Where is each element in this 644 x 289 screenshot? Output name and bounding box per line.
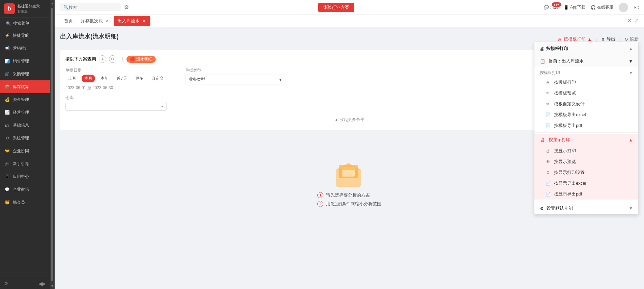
- date-7days-btn[interactable]: 近7天: [114, 75, 130, 82]
- sidebar-item-collab[interactable]: 🤝企业协同: [0, 144, 50, 157]
- dropdown-template-export-excel-item[interactable]: 📄 按模板导出excel: [534, 109, 638, 120]
- app-icon: 📱: [564, 5, 569, 10]
- refresh-btn[interactable]: ↻ 刷新: [624, 36, 639, 42]
- tab-flow-close-btn[interactable]: ×: [142, 19, 146, 23]
- dropdown-collapse-btn[interactable]: ▲: [629, 46, 633, 51]
- sidebar-settings-btn[interactable]: ⚙: [4, 281, 8, 286]
- tab-expand-btn[interactable]: ⤢: [634, 18, 639, 24]
- dropdown-template-customize-item[interactable]: ✏ 模板自定义设计: [534, 99, 638, 109]
- user-avatar[interactable]: [619, 3, 628, 12]
- scroll-down-btn[interactable]: ▼: [51, 283, 54, 289]
- tabs-right-controls: ✕ ⤢: [627, 18, 639, 24]
- topbar-search-box[interactable]: 🔍: [60, 3, 121, 11]
- sidebar-item-system[interactable]: ⚙系统管理: [0, 132, 50, 144]
- sidebar-item-label: 经营管理: [13, 110, 29, 115]
- dropdown-title: 🖨 按模板打印: [540, 46, 568, 52]
- sidebar-item-label: 系统管理: [13, 135, 29, 141]
- basic-icon: 🗂: [4, 122, 10, 128]
- filter-settings-btn[interactable]: ⚙: [109, 55, 116, 63]
- filter-doc-type-label: 单据类型: [185, 68, 286, 73]
- app-logo-icon: b: [4, 3, 15, 14]
- sidebar-collapse-btn[interactable]: ◀▶: [38, 281, 46, 286]
- template-section-arrow-icon[interactable]: ▼: [629, 71, 633, 75]
- main-content: 🔍 ⚙ 体验行业方案 💬 消息 99+ 📱 App下载 🎧 在线客服 Rit: [55, 0, 644, 289]
- topbar-gear-icon[interactable]: ⚙: [124, 4, 129, 10]
- scroll-thumb[interactable]: [51, 8, 53, 281]
- display-preview-item-icon: 👁: [545, 159, 551, 164]
- filter-doc-type-select[interactable]: 业务类型 ▼: [185, 75, 286, 84]
- inventory-icon: 📦: [4, 84, 10, 90]
- sidebar-item-purchase[interactable]: 🛒采购管理: [0, 68, 50, 80]
- sidebar-item-marketing[interactable]: 📢营销推广: [0, 42, 50, 55]
- date-more-btn[interactable]: 更多: [133, 75, 146, 82]
- tab-batch-label: 库存批次账: [81, 18, 103, 24]
- sidebar-search-label: 搜索菜单: [13, 21, 29, 26]
- topbar-search-icon: 🔍: [63, 5, 69, 10]
- topbar-right: 💬 消息 99+ 📱 App下载 🎧 在线客服 Rit: [544, 3, 639, 12]
- sidebar-item-finance[interactable]: 💰资金管理: [0, 93, 50, 106]
- filter-tag-icon: 🔴: [130, 57, 135, 61]
- sidebar-item-quick-nav[interactable]: ⚡快捷导航: [0, 29, 50, 42]
- username-label[interactable]: Rit: [634, 5, 639, 10]
- trial-btn[interactable]: 体验行业方案: [318, 3, 354, 12]
- tab-batch[interactable]: 库存批次账 ×: [77, 16, 114, 26]
- purchase-icon: 🛒: [4, 71, 10, 77]
- date-current-year-btn[interactable]: 本年: [98, 75, 111, 82]
- empty-steps: 1 请先选择要分析的方案 2 用[过滤]条件来缩小分析范围: [317, 192, 381, 210]
- dropdown-template-preview-item[interactable]: 👁 按模板预览: [534, 88, 638, 99]
- dropdown-current-item[interactable]: 📋 当前：出入库流水 ▼: [534, 55, 638, 67]
- date-last-month-btn[interactable]: 上月: [65, 75, 79, 82]
- filter-collapse-label: 收起更多条件: [340, 117, 364, 123]
- template-customize-item-icon: ✏: [545, 101, 551, 107]
- sidebar-item-sales[interactable]: 📊销售管理: [0, 55, 50, 68]
- dropdown-template-print-item[interactable]: 🖨 按模板打印: [534, 77, 638, 88]
- export-icon: ⬆: [601, 37, 605, 42]
- dropdown-display-export-excel-item[interactable]: 📄 按显示导出excel: [534, 178, 638, 189]
- filter-add-btn[interactable]: +: [99, 55, 106, 63]
- filter-tag[interactable]: 🔴 流水明细: [126, 56, 156, 63]
- sidebar-item-wechat[interactable]: 💬企业微信: [0, 183, 50, 196]
- topbar-message-btn[interactable]: 💬 消息 99+: [544, 4, 558, 10]
- display-print-item-icon: 🖨: [545, 148, 551, 154]
- sidebar-item-label: 快捷导航: [13, 33, 29, 38]
- tab-home[interactable]: 首页: [60, 16, 77, 26]
- dropdown-footer[interactable]: ⚙ 设置默认功能 ▼: [534, 203, 638, 214]
- tab-flow[interactable]: 出入库流水 ×: [114, 16, 150, 26]
- page-content: 出入库流水(流水明细) 🖨 按模板打印 ▲ | ⬆ 导出 | ↻ 刷新: [55, 27, 644, 289]
- marketing-icon: 📢: [4, 45, 10, 51]
- template-print-btn[interactable]: 🖨 按模板打印 ▲: [558, 36, 592, 42]
- sidebar-item-apps[interactable]: 📱应用中心: [0, 170, 50, 183]
- topbar-app-download-btn[interactable]: 📱 App下载: [564, 4, 585, 10]
- sidebar-item-guide[interactable]: 🎓新手引导: [0, 157, 50, 170]
- scroll-up-btn[interactable]: ▲: [51, 0, 54, 6]
- date-custom-btn[interactable]: 自定义: [149, 75, 166, 82]
- filter-warehouse-field: 仓库 ···: [65, 95, 167, 111]
- sidebar-item-inventory[interactable]: 📦库存核算: [0, 80, 50, 93]
- apps-icon: 📱: [4, 174, 10, 180]
- topbar-online-service-btn[interactable]: 🎧 在线客服: [591, 4, 613, 10]
- dropdown-display-print-item[interactable]: 🖨 按显示打印: [534, 146, 638, 156]
- export-btn[interactable]: ⬆ 导出: [601, 36, 615, 42]
- dropdown-template-export-pdf-item[interactable]: 📄 按模板导出pdf: [534, 120, 638, 131]
- sidebar-item-label: 企业协同: [13, 148, 29, 154]
- finance-icon: 💰: [4, 97, 10, 103]
- sidebar-item-basic[interactable]: 🗂基础信息: [0, 119, 50, 132]
- sidebar-item-label: 营销推广: [13, 46, 29, 51]
- tab-close-all-btn[interactable]: ✕: [627, 18, 632, 24]
- dropdown-display-export-pdf-item[interactable]: 📄 按显示导出pdf: [534, 189, 638, 200]
- filter-expand-btn[interactable]: 《: [119, 56, 124, 62]
- sidebar-search-item[interactable]: 🔍 搜索菜单: [0, 18, 50, 29]
- template-export-excel-icon: 📄: [545, 112, 551, 117]
- dropdown-display-preview-item[interactable]: 👁 按显示预览: [534, 156, 638, 167]
- dropdown-display-section-header[interactable]: 🖨 按显示打印 ▲: [534, 134, 638, 146]
- filter-warehouse-select[interactable]: ···: [65, 102, 167, 111]
- date-current-month-btn[interactable]: 本月: [82, 75, 95, 82]
- dropdown-display-print-settings-item[interactable]: ⚙ 按显示打印设置: [534, 167, 638, 178]
- sidebar-item-member[interactable]: 👑畅会员: [0, 196, 50, 209]
- sidebar-item-label: 库存核算: [13, 84, 29, 90]
- topbar-search-input[interactable]: [69, 5, 113, 10]
- dropdown-header: 🖨 按模板打印 ▲: [534, 42, 638, 55]
- tab-batch-close-btn[interactable]: ×: [105, 19, 110, 23]
- sidebar-item-operation[interactable]: 📈经营管理: [0, 106, 50, 119]
- headset-icon: 🎧: [591, 5, 596, 10]
